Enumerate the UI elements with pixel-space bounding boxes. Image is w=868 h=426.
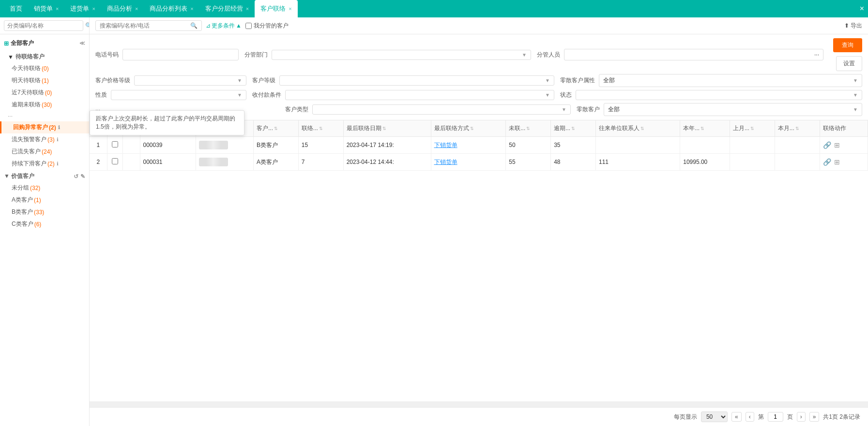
sidebar-item-a-class[interactable]: A类客户(1) — [0, 194, 89, 206]
row-last-date-2: 2023-04-12 14:44: — [343, 154, 431, 171]
sidebar-item-b-class[interactable]: B类客户(33) — [0, 206, 89, 218]
sort-icon10: ⇅ — [700, 126, 704, 131]
close-customer-contact-icon[interactable]: × — [289, 6, 291, 12]
link-icon-1[interactable]: 🔗 — [823, 141, 831, 149]
chevron-down-icon5: ▼ — [237, 92, 242, 98]
last-page-button[interactable]: » — [809, 412, 820, 422]
phone-input[interactable] — [122, 49, 239, 60]
sidebar-all-customers[interactable]: ⊞ 全部客户 ≪ — [0, 36, 89, 50]
row-last-method-2: 下销货单 — [431, 154, 506, 171]
status-select[interactable]: ▼ — [576, 90, 862, 100]
sidebar-item-tomorrow[interactable]: 明天待联络(1) — [0, 74, 89, 87]
adv-row-1: 电话号码 分管部门 ▼ 分管人员 ··· — [95, 38, 862, 71]
row-last-month-2 — [730, 154, 775, 171]
export-button[interactable]: ⬆ 导出 — [844, 22, 862, 30]
settings-button[interactable]: 设置 — [836, 56, 862, 71]
customer-type-select[interactable]: ▼ — [312, 104, 571, 115]
row-settings-2 — [122, 154, 140, 171]
customer-grade-select[interactable]: ▼ — [279, 75, 554, 86]
chevron-down-icon8: ▼ — [562, 107, 566, 112]
gender-select[interactable]: ▼ — [111, 90, 246, 100]
last-method-link-1[interactable]: 下销货单 — [434, 142, 457, 148]
close-purchase-icon[interactable]: × — [92, 6, 95, 12]
payment-select[interactable]: ▼ — [285, 90, 554, 100]
row-checkbox-1[interactable] — [112, 141, 118, 147]
close-analysis-icon[interactable]: × — [135, 6, 138, 12]
sidebar-item-already-lost[interactable]: 已流失客户(24) — [0, 146, 89, 158]
top-nav: 首页 销货单 × 进货单 × 商品分析 × 商品分析列表 × 客户分层经营 × … — [0, 0, 868, 17]
info-icon3: ℹ — [57, 161, 59, 166]
row-overdue-1: 35 — [551, 137, 596, 154]
col-this-month: 本月...⇅ — [775, 120, 820, 137]
row-checkbox-2[interactable] — [112, 158, 118, 164]
row-name-1 — [196, 137, 254, 154]
dept-select[interactable]: ▼ — [272, 50, 531, 60]
close-all-tabs-button[interactable]: × — [860, 4, 864, 13]
sort-icon11: ⇅ — [750, 126, 754, 131]
horizontal-scrollbar[interactable] — [90, 401, 868, 407]
sidebar-section-value: ▼ 价值客户 ↺ ✎ — [0, 170, 89, 182]
row-this-month-1 — [775, 137, 820, 154]
nav-item-analysis[interactable]: 商品分析 × — [101, 0, 144, 17]
col-unreached: 未联...⇅ — [506, 120, 551, 137]
my-customers-checkbox[interactable] — [245, 23, 252, 29]
grid-icon-2[interactable]: ⊞ — [834, 158, 840, 166]
nav-item-analysis-list[interactable]: 商品分析列表 × — [144, 0, 199, 17]
last-method-link-2[interactable]: 下销货单 — [434, 159, 457, 165]
sidebar-search-icon[interactable]: 🔍 — [85, 22, 90, 29]
per-page-select[interactable]: 50 20 100 — [701, 411, 728, 422]
sidebar-more-item[interactable]: ··· — [0, 111, 89, 121]
filter-search-input[interactable] — [100, 22, 190, 29]
price-grade-select[interactable]: ▼ — [134, 75, 246, 86]
current-page-input[interactable] — [768, 412, 783, 422]
manager-select[interactable]: ··· — [564, 49, 823, 60]
row-name-2 — [196, 154, 254, 171]
nav-item-customer-contact[interactable]: 客户联络 × — [255, 0, 297, 17]
close-analysis-list-icon[interactable]: × — [190, 6, 193, 12]
next-page-button[interactable]: › — [797, 412, 806, 422]
sidebar-item-repurchase-abnormal[interactable]: 回购异常客户(2) ℹ — [0, 121, 89, 133]
sidebar-item-c-class[interactable]: C类客户(6) — [0, 218, 89, 230]
retail-attr-select[interactable]: 全部 ▼ — [599, 74, 862, 87]
filter-search-icon[interactable]: 🔍 — [190, 22, 198, 29]
link-icon-2[interactable]: 🔗 — [823, 158, 831, 166]
info-icon: ℹ — [58, 125, 60, 130]
prev-page-button[interactable]: ‹ — [746, 412, 754, 422]
first-page-button[interactable]: « — [731, 412, 742, 422]
collapse-sidebar-icon[interactable]: ≪ — [79, 40, 85, 46]
chevron-down-icon: ▼ — [522, 52, 527, 58]
close-sales-icon[interactable]: × — [56, 6, 59, 12]
chevron-down-icon6: ▼ — [545, 92, 550, 98]
sidebar: 🔍 ⊞ 全部客户 ≪ ▼ 待联络客户 今天待联络(0) 明天待联络(1) 近7天… — [0, 17, 90, 426]
refresh-icon[interactable]: ↺ — [74, 173, 78, 180]
col-customer-type: 客户...⇅ — [253, 120, 298, 137]
sidebar-section-waiting[interactable]: ▼ 待联络客户 — [0, 50, 89, 62]
export-icon: ⬆ — [844, 22, 849, 29]
edit-icon[interactable]: ✎ — [80, 173, 85, 180]
sidebar-item-7days[interactable]: 近7天待联络(0) — [0, 87, 89, 99]
sidebar-item-ungrouped[interactable]: 未分组(32) — [0, 182, 89, 194]
grid-icon-1[interactable]: ⊞ — [834, 141, 840, 149]
phone-field: 电话号码 — [95, 49, 239, 60]
nav-item-customer-tier[interactable]: 客户分层经营 × — [199, 0, 255, 17]
sidebar-item-overdue[interactable]: 逾期未联络(30) — [0, 99, 89, 111]
close-customer-tier-icon[interactable]: × — [246, 6, 249, 12]
content-area: 🔍 ⊿ 更多条件 ▲ 我分管的客户 ⬆ 导出 电话号码 — [90, 17, 868, 426]
nav-item-purchase[interactable]: 进货单 × — [64, 0, 101, 17]
my-customers-checkbox-label[interactable]: 我分管的客户 — [245, 22, 289, 30]
sidebar-item-today[interactable]: 今天待联络(0) — [0, 62, 89, 74]
dots-icon: ··· — [814, 51, 819, 58]
retail-attr-field: 零散客户属性 全部 ▼ — [560, 74, 862, 87]
customer-grade-field: 客户等级 ▼ — [252, 75, 554, 86]
retail-customer-select[interactable]: 全部 ▼ — [604, 103, 862, 116]
sidebar-search-input[interactable] — [4, 20, 83, 31]
query-button[interactable]: 查询 — [833, 38, 862, 52]
filter-more-conditions[interactable]: ⊿ 更多条件 ▲ — [206, 22, 242, 30]
sidebar-item-continuous-down[interactable]: 持续下滑客户(2) ℹ — [0, 158, 89, 170]
nav-item-sales[interactable]: 销货单 × — [28, 0, 64, 17]
nav-item-home[interactable]: 首页 — [4, 0, 28, 17]
row-no-1: 1 — [90, 137, 107, 154]
sidebar-item-lost-predicted[interactable]: 流失预警客户(3) ℹ — [0, 133, 89, 146]
col-last-contact-method: 最后联络方式⇅ — [431, 120, 506, 137]
blurred-name-2 — [199, 158, 228, 166]
